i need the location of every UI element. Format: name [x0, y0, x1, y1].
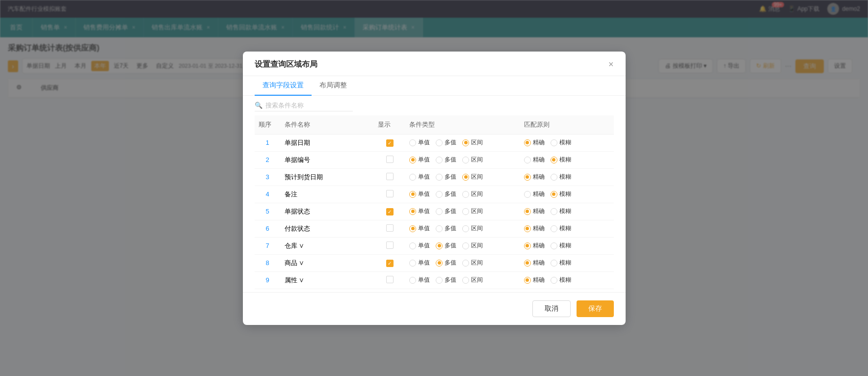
modal-title: 设置查询区域布局 — [255, 59, 317, 70]
search-input[interactable] — [265, 102, 353, 105]
modal-close-button[interactable]: × — [608, 60, 614, 69]
modal-overlay: 设置查询区域布局 × 查询字段设置 布局调整 🔍 — [0, 0, 868, 104]
modal-search-area: 🔍 — [243, 96, 626, 105]
modal: 设置查询区域布局 × 查询字段设置 布局调整 🔍 — [243, 52, 626, 105]
modal-header: 设置查询区域布局 × — [243, 52, 626, 76]
modal-tab-query-fields[interactable]: 查询字段设置 — [255, 76, 312, 96]
search-input-wrap: 🔍 — [255, 102, 353, 105]
modal-tab-layout[interactable]: 布局调整 — [312, 76, 355, 96]
modal-tabs: 查询字段设置 布局调整 — [243, 76, 626, 96]
search-icon: 🔍 — [255, 102, 263, 105]
